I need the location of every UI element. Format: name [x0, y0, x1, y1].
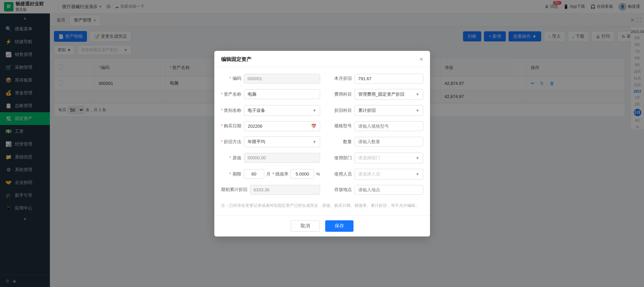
form-row-user: 使用人员 请选择人员 ▼ [328, 169, 423, 180]
expense-subject-arrow: ▼ [416, 92, 420, 96]
name-label: * 资产名称 [221, 91, 242, 97]
quantity-input[interactable] [355, 137, 423, 147]
purchase-date-picker[interactable]: 202206 📅 [244, 121, 320, 131]
category-value: 电子设备 [248, 107, 265, 114]
form-row-dep-method: * 折旧方法 年限平均 ▼ [221, 136, 320, 147]
dept-select[interactable]: 请选择部门 ▼ [355, 153, 423, 163]
note-text: 注：已经存在变更记录或者对应固定资产已经生成凭证，原值、购买日期、残值率、累计折… [221, 203, 419, 208]
form-row-purchase-date: * 购买日期 202206 📅 [221, 121, 320, 131]
dep-subject-label: 折旧科目 [328, 107, 352, 114]
form-row-spec: 规格型号 [328, 121, 423, 131]
form-row-dept: 使用部门 请选择部门 ▼ [328, 153, 423, 163]
period-row: 月 * 残值率 % [244, 169, 320, 179]
code-label: * 编码 [221, 75, 241, 82]
modal-close-button[interactable]: × [420, 56, 423, 62]
initial-dep-label: 期初累计折旧 [221, 187, 247, 193]
dep-method-value: 年限平均 [248, 139, 265, 145]
form-row-category: * 类别名称 电子设备 ▼ [221, 105, 320, 116]
modal-title: 编辑固定资产 [221, 56, 251, 63]
cancel-button[interactable]: 取消 [291, 220, 320, 232]
form-row-name: * 资产名称 [221, 89, 320, 100]
form-row-monthly-dep: 本月折旧 [328, 74, 423, 84]
category-select[interactable]: 电子设备 ▼ [244, 105, 320, 116]
user-placeholder: 请选择人员 [358, 171, 380, 177]
period-label: * 期限 [221, 171, 241, 177]
spec-input[interactable] [355, 121, 423, 131]
form-row-quantity: 数量 [328, 136, 423, 147]
dep-method-label: * 折旧方法 [221, 139, 242, 145]
modal-header: 编辑固定资产 × [214, 51, 430, 67]
period-input[interactable] [244, 169, 264, 179]
form-row-period: * 期限 月 * 残值率 % [221, 169, 320, 180]
period-unit-label: 月 [266, 171, 271, 177]
dept-label: 使用部门 [328, 155, 352, 161]
monthly-dep-input[interactable] [355, 74, 423, 84]
category-arrow: ▼ [313, 108, 316, 113]
residual-rate-label: * 残值率 [273, 171, 289, 177]
form-row-original: * 原值 [221, 153, 320, 163]
edit-modal: 编辑固定资产 × * 编码 本月折旧 * 资产名称 [214, 51, 430, 236]
form-row-code: * 编码 [221, 74, 320, 84]
monthly-dep-label: 本月折旧 [328, 75, 352, 82]
residual-rate-input[interactable] [290, 169, 314, 179]
modal-footer: 取消 保存 [214, 215, 430, 236]
calendar-icon: 📅 [311, 124, 316, 129]
category-label: * 类别名称 [221, 107, 242, 114]
code-input[interactable] [244, 74, 320, 84]
user-select[interactable]: 请选择人员 ▼ [355, 169, 423, 180]
original-input[interactable] [244, 153, 320, 163]
user-label: 使用人员 [328, 171, 352, 177]
dept-arrow: ▼ [416, 156, 420, 160]
dep-subject-arrow: ▼ [416, 108, 420, 113]
form-row-location: 存放地点 [328, 185, 423, 195]
note-row: 注：已经存在变更记录或者对应固定资产已经生成凭证，原值、购买日期、残值率、累计折… [221, 200, 423, 209]
form-row-dep-subject: 折旧科目 累计折旧 ▼ [328, 105, 423, 116]
form-row-initial-dep: 期初累计折旧 [221, 185, 320, 195]
purchase-date-value: 202206 [248, 124, 262, 129]
location-label: 存放地点 [328, 187, 352, 193]
quantity-label: 数量 [328, 139, 352, 145]
purchase-date-label: * 购买日期 [221, 123, 242, 129]
initial-dep-input[interactable] [250, 185, 320, 195]
form-row-expense-subject: 费用科目 管理费用_固定资产折旧 ▼ [328, 89, 423, 100]
spec-label: 规格型号 [328, 123, 352, 129]
dep-method-arrow: ▼ [313, 140, 316, 144]
expense-subject-value: 管理费用_固定资产折旧 [358, 91, 404, 97]
dept-placeholder: 请选择部门 [358, 155, 380, 161]
name-input[interactable] [244, 89, 320, 99]
expense-subject-select[interactable]: 管理费用_固定资产折旧 ▼ [355, 89, 423, 100]
user-arrow: ▼ [416, 172, 420, 176]
modal-body: * 编码 本月折旧 * 资产名称 费用科目 [214, 67, 430, 215]
location-input[interactable] [355, 185, 423, 195]
expense-subject-label: 费用科目 [328, 91, 352, 97]
dep-subject-value: 累计折旧 [358, 107, 376, 114]
save-button[interactable]: 保存 [325, 220, 354, 232]
original-label: * 原值 [221, 155, 241, 161]
residual-rate-pct: % [316, 171, 320, 177]
dep-method-select[interactable]: 年限平均 ▼ [244, 136, 320, 147]
dep-subject-select[interactable]: 累计折旧 ▼ [355, 105, 423, 116]
modal-overlay: 编辑固定资产 × * 编码 本月折旧 * 资产名称 [0, 0, 644, 287]
